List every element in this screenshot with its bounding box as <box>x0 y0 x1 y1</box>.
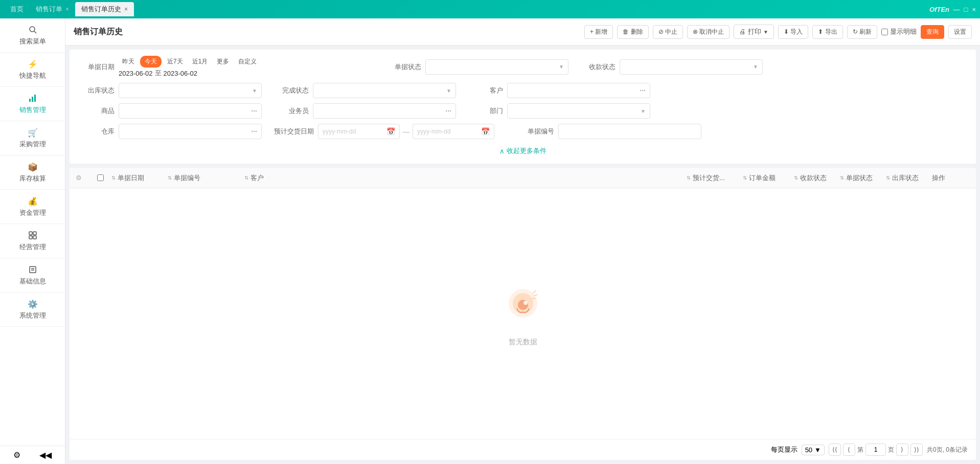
sidebar-item-search-menu[interactable]: 搜索菜单 <box>0 18 65 53</box>
delivery-date-from[interactable]: yyyy-mm-dd 📅 <box>318 124 400 139</box>
filter-row-1: 单据日期 昨天 今天 近7天 近1月 更多 自定义 2023-06-02 <box>78 56 968 78</box>
sidebar-collapse-icon[interactable]: ◀◀ <box>39 450 52 460</box>
order-status-select[interactable]: ▼ <box>425 59 568 75</box>
sidebar-settings-icon[interactable]: ⚙ <box>13 450 20 460</box>
basic-info-icon <box>28 264 38 275</box>
settings-button[interactable]: 设置 <box>948 25 972 39</box>
page-size-select[interactable]: 50 ▼ <box>802 445 825 455</box>
last-page-btn[interactable]: ⟩⟩ <box>910 444 923 456</box>
delivery-date-to[interactable]: yyyy-mm-dd 📅 <box>413 124 494 139</box>
customer-input[interactable]: ··· <box>507 83 650 98</box>
business-management-icon <box>28 230 38 240</box>
filter-row-4: 仓库 ··· 预计交货日期 yyyy-mm-dd 📅 — yyyy <box>78 124 968 139</box>
completion-status-select[interactable]: ▼ <box>313 83 456 98</box>
window-close[interactable]: × <box>972 6 976 13</box>
stop-button[interactable]: ⊘ 中止 <box>653 25 683 39</box>
date-yesterday-btn[interactable]: 昨天 <box>119 56 138 68</box>
sidebar-item-sales-management[interactable]: 销售管理 <box>0 87 65 121</box>
department-select[interactable]: ▼ <box>507 103 650 119</box>
th-delivery-status: ⇅ 出库状态 <box>883 173 929 183</box>
completion-status-arrow: ▼ <box>446 88 451 94</box>
th-number-sort-icon[interactable]: ⇅ <box>168 175 172 181</box>
export-button[interactable]: ⬆ 导出 <box>812 25 842 39</box>
th-order-amount-sort-icon[interactable]: ⇅ <box>743 175 747 181</box>
th-expected-delivery-sort-icon[interactable]: ⇅ <box>687 175 691 181</box>
date-7days-btn[interactable]: 近7天 <box>164 56 187 68</box>
salesperson-input[interactable]: ··· <box>313 103 456 119</box>
department-group: 部门 ▼ <box>466 103 660 119</box>
warehouse-input[interactable]: ··· <box>119 124 262 139</box>
tab-home[interactable]: 首页 <box>4 2 30 16</box>
sidebar-item-system-management[interactable]: ⚙️ 系统管理 <box>0 293 65 327</box>
select-all-cell <box>92 174 108 181</box>
date-custom-btn[interactable]: 自定义 <box>235 56 260 68</box>
tab-sales-order-history[interactable]: 销售订单历史 × <box>75 2 134 16</box>
svg-rect-8 <box>33 236 36 239</box>
order-number-input[interactable] <box>558 124 701 139</box>
delivery-status-group: 出库状态 ▼ <box>78 83 272 98</box>
payment-status-label: 收款状态 <box>579 62 620 72</box>
sidebar-item-business-management[interactable]: 经营管理 <box>0 224 65 258</box>
sidebar-item-quick-nav[interactable]: ⚡ 快捷导航 <box>0 53 65 87</box>
top-bar: 首页 销售订单 × 销售订单历史 × OfTEn — □ × <box>0 0 980 18</box>
svg-rect-2 <box>29 99 31 102</box>
salesperson-label: 业务员 <box>272 106 313 116</box>
svg-rect-9 <box>30 267 36 273</box>
th-operation: 操作 <box>929 173 970 183</box>
payment-status-arrow: ▼ <box>753 64 758 70</box>
display-detail-checkbox[interactable] <box>881 29 888 35</box>
inventory-check-icon: 📦 <box>28 162 38 172</box>
warehouse-dots: ··· <box>251 127 257 136</box>
first-page-btn[interactable]: ⟨⟨ <box>829 444 841 456</box>
date-filter-group: 单据日期 昨天 今天 近7天 近1月 更多 自定义 2023-06-02 <box>78 56 384 78</box>
th-payment-status-sort-icon[interactable]: ⇅ <box>794 175 798 181</box>
select-all-checkbox[interactable] <box>97 174 104 181</box>
th-date: ⇅ 单据日期 <box>108 173 165 183</box>
sidebar-item-purchase-management[interactable]: 🛒 采购管理 <box>0 121 65 156</box>
date-1month-btn[interactable]: 近1月 <box>189 56 212 68</box>
print-button[interactable]: 🖨 打印 ▼ <box>734 25 774 39</box>
new-button[interactable]: + 新增 <box>584 25 613 39</box>
th-customer: ⇅ 客户 <box>241 173 683 183</box>
page-input[interactable] <box>865 444 886 456</box>
prev-page-btn[interactable]: ⟨ <box>843 444 855 456</box>
sidebar-item-basic-info[interactable]: 基础信息 <box>0 258 65 293</box>
sidebar: 搜索菜单 ⚡ 快捷导航 销售管理 🛒 采购管理 📦 库存核算 💰 资金管理 <box>0 18 65 464</box>
content-area: 销售订单历史 + 新增 🗑 删除 ⊘ 中止 ⊗ 取消中止 🖨 打印 ▼ ⬇ 导入… <box>65 18 980 464</box>
date-today-btn[interactable]: 今天 <box>140 56 162 68</box>
window-minimize[interactable]: — <box>953 6 960 13</box>
pagination: 每页显示 50 ▼ ⟨⟨ ⟨ 第 页 ⟩ ⟩⟩ 共0页, 0条记录 <box>70 439 976 460</box>
tab-sales-order[interactable]: 销售订单 × <box>30 2 75 16</box>
window-maximize[interactable]: □ <box>964 6 968 13</box>
purchase-management-icon: 🛒 <box>28 127 38 138</box>
th-date-sort-icon[interactable]: ⇅ <box>111 175 116 181</box>
jump-word: 第 <box>857 446 863 454</box>
brand-text: OfTEn <box>929 5 949 13</box>
filter-row-3: 商品 ··· 业务员 ··· 部门 ▼ <box>78 103 968 119</box>
th-order-status-sort-icon[interactable]: ⇅ <box>840 175 844 181</box>
page-header: 销售订单历史 + 新增 🗑 删除 ⊘ 中止 ⊗ 取消中止 🖨 打印 ▼ ⬇ 导入… <box>65 18 980 46</box>
salesperson-dots: ··· <box>445 107 451 115</box>
svg-rect-4 <box>34 95 36 102</box>
next-page-btn[interactable]: ⟩ <box>896 444 908 456</box>
delete-button[interactable]: 🗑 删除 <box>617 25 648 39</box>
tab-sales-order-close[interactable]: × <box>65 6 69 13</box>
delivery-status-select[interactable]: ▼ <box>119 83 262 98</box>
refresh-button[interactable]: ↻ 刷新 <box>847 25 877 39</box>
collapse-bar[interactable]: ∧ 收起更多条件 <box>78 144 968 158</box>
cancel-stop-button[interactable]: ⊗ 取消中止 <box>687 25 730 39</box>
date-more-btn[interactable]: 更多 <box>213 56 233 68</box>
table-header: ⚙ ⇅ 单据日期 ⇅ 单据编号 ⇅ 客户 ⇅ <box>70 168 976 188</box>
toolbar: + 新增 🗑 删除 ⊘ 中止 ⊗ 取消中止 🖨 打印 ▼ ⬇ 导入 ⬆ 导出 ↻… <box>584 25 972 39</box>
payment-status-select[interactable]: ▼ <box>620 59 763 75</box>
import-button[interactable]: ⬇ 导入 <box>778 25 808 39</box>
goods-input[interactable]: ··· <box>119 103 262 119</box>
calendar-to-icon: 📅 <box>481 127 490 136</box>
th-customer-sort-icon[interactable]: ⇅ <box>244 175 248 181</box>
tab-sales-order-history-close[interactable]: × <box>124 6 128 13</box>
query-button[interactable]: 查询 <box>921 25 944 39</box>
table-settings-icon[interactable]: ⚙ <box>76 174 82 182</box>
sidebar-item-inventory-check[interactable]: 📦 库存核算 <box>0 156 65 190</box>
sidebar-item-fund-management[interactable]: 💰 资金管理 <box>0 190 65 224</box>
th-delivery-status-sort-icon[interactable]: ⇅ <box>886 175 890 181</box>
